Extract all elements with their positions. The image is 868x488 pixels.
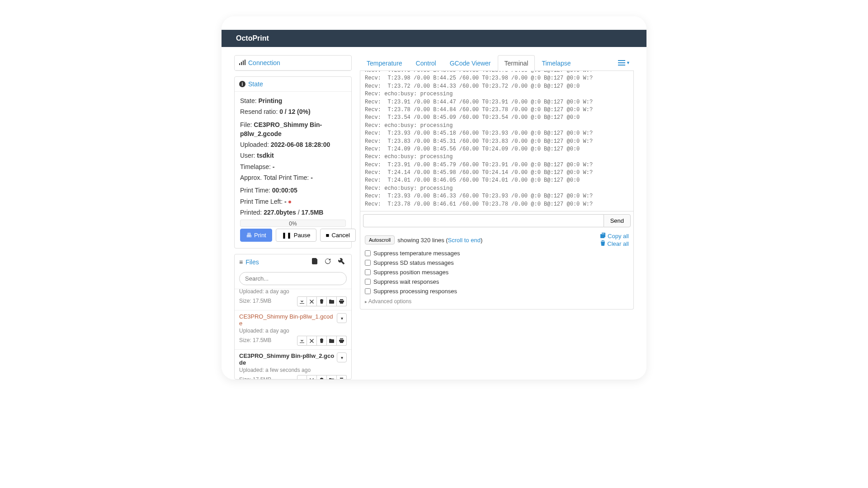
- navbar: OctoPrint: [222, 30, 646, 47]
- connection-label: Connection: [248, 59, 280, 66]
- state-printed-total: 17.5MB: [301, 209, 323, 216]
- advanced-options-toggle[interactable]: Advanced options: [365, 298, 629, 305]
- print-button-label: Print: [254, 232, 266, 239]
- file-delete-button[interactable]: [317, 296, 327, 306]
- files-header: Files: [235, 254, 351, 269]
- wrench-icon[interactable]: [336, 258, 347, 266]
- suppress-label: Suppress SD status messages: [373, 259, 454, 266]
- file-expand-button[interactable]: ▾: [337, 352, 347, 362]
- state-body: State: Printing Resend ratio: 0 / 12 (0%…: [235, 92, 351, 248]
- file-delete-button[interactable]: [317, 375, 327, 379]
- tab-control[interactable]: Control: [409, 55, 443, 71]
- suppress-option[interactable]: Suppress position messages: [365, 269, 629, 276]
- suppress-checkbox[interactable]: [365, 279, 371, 285]
- file-slice-button[interactable]: [307, 336, 317, 346]
- state-file-value: CE3PRO_Shimmy Bin-p8lw_2.gcode: [240, 121, 322, 137]
- sidebar: Connection i State State: Printing Resen…: [234, 55, 352, 380]
- file-slice-button[interactable]: [307, 296, 317, 306]
- terminal-send-button[interactable]: Send: [604, 214, 631, 227]
- state-resend-label: Resend ratio:: [240, 108, 278, 115]
- suppress-option[interactable]: Suppress wait responses: [365, 278, 629, 285]
- file-expand-button[interactable]: ▾: [337, 313, 347, 323]
- pause-button[interactable]: ❚❚ Pause: [276, 229, 316, 242]
- trash-icon: [600, 240, 605, 247]
- refresh-icon[interactable]: [322, 258, 333, 266]
- tab-gcode-viewer[interactable]: GCode Viewer: [443, 55, 498, 71]
- pause-icon: ❚❚: [282, 232, 292, 239]
- file-uploaded: Uploaded: a few seconds ago: [239, 367, 347, 373]
- showing-lines-text: showing 320 lines (Scroll to end): [397, 237, 482, 244]
- terminal-line: Recv: T:23.91 /0.00 B:44.47 /60.00 T0:23…: [365, 99, 629, 106]
- autoscroll-button[interactable]: Autoscroll: [365, 235, 395, 244]
- state-state-label: State:: [240, 97, 257, 104]
- suppress-option[interactable]: Suppress temperature messages: [365, 250, 629, 257]
- connection-panel: Connection: [234, 55, 352, 71]
- state-header[interactable]: i State: [235, 77, 351, 92]
- state-printtimeleft-value: -: [284, 198, 287, 205]
- file-delete-button[interactable]: [317, 336, 327, 346]
- print-button[interactable]: 🖶 Print: [240, 229, 272, 242]
- file-name[interactable]: CE3PRO_Shimmy Bin-p8lw_2.gcode: [239, 352, 335, 366]
- file-print-button[interactable]: [337, 336, 347, 346]
- state-approx-value: -: [311, 174, 313, 181]
- right-column: Temperature Control GCode Viewer Termina…: [360, 55, 634, 310]
- connection-header[interactable]: Connection: [235, 56, 351, 70]
- suppress-checkbox[interactable]: [365, 250, 371, 256]
- scroll-to-end-link[interactable]: Scroll to end: [448, 237, 481, 244]
- tabs: Temperature Control GCode Viewer Termina…: [360, 55, 634, 71]
- state-user-label: User:: [240, 152, 255, 159]
- file-load-button[interactable]: [327, 375, 337, 379]
- tab-timelapse[interactable]: Timelapse: [535, 55, 577, 71]
- terminal-command-input[interactable]: [363, 214, 604, 227]
- tab-temperature[interactable]: Temperature: [360, 55, 409, 71]
- files-search-input[interactable]: [239, 272, 347, 285]
- state-resend-value: 0 / 12 (0%): [279, 108, 310, 115]
- file-download-button[interactable]: [297, 296, 307, 306]
- copy-icon: [600, 233, 606, 239]
- terminal-line: Recv: T:23.70 /0.00 B:43.89 /60.00 T0:23…: [365, 71, 629, 75]
- copy-all-link[interactable]: Copy all: [600, 233, 629, 239]
- file-name[interactable]: CE3PRO_Shimmy Bin-p8lw_1.gcode: [239, 313, 335, 327]
- file-entry: CE3PRO_Shimmy Bin-p8lw_2.gcode▾Uploaded:…: [235, 350, 351, 379]
- tab-menu-button[interactable]: ▼: [614, 60, 634, 66]
- state-printtime-value: 00:00:05: [272, 187, 297, 194]
- file-entry: Uploaded: a day agoSize: 17.5MB: [235, 289, 351, 310]
- file-print-button[interactable]: [337, 296, 347, 306]
- files-label[interactable]: Files: [245, 258, 259, 266]
- file-size: Size: 17.5MB: [239, 298, 271, 304]
- state-printed-value: 227.0bytes: [264, 209, 296, 216]
- terminal-output[interactable]: Recv: T:23.70 /0.00 B:43.89 /60.00 T0:23…: [360, 71, 633, 211]
- state-user-value: tsdkit: [257, 152, 274, 159]
- terminal-line: Recv: T:23.98 /0.00 B:44.25 /60.00 T0:23…: [365, 75, 629, 82]
- suppress-checkbox[interactable]: [365, 288, 371, 294]
- file-slice-button[interactable]: [307, 375, 317, 379]
- file-size: Size: 17.5MB: [239, 376, 271, 379]
- sd-icon[interactable]: [310, 258, 320, 266]
- clear-all-link[interactable]: Clear all: [600, 240, 629, 247]
- terminal-line: Recv: T:23.93 /0.00 B:45.18 /60.00 T0:23…: [365, 130, 629, 137]
- caret-down-icon: ▼: [626, 61, 630, 65]
- suppress-option[interactable]: Suppress processing responses: [365, 288, 629, 295]
- file-print-button[interactable]: [337, 375, 347, 379]
- suppress-option[interactable]: Suppress SD status messages: [365, 259, 629, 266]
- state-uploaded-value: 2022-06-08 18:28:00: [271, 141, 330, 148]
- file-download-button[interactable]: [297, 375, 307, 379]
- file-download-button[interactable]: [297, 336, 307, 346]
- suppress-label: Suppress processing responses: [373, 288, 457, 295]
- file-entry: CE3PRO_Shimmy Bin-p8lw_1.gcode▾Uploaded:…: [235, 310, 351, 350]
- terminal-line: Recv: echo:busy: processing: [365, 90, 629, 98]
- terminal-line: Recv: echo:busy: processing: [365, 153, 629, 161]
- state-printed-sep: /: [296, 209, 302, 216]
- cancel-button[interactable]: ■ Cancel: [320, 229, 356, 242]
- file-load-button[interactable]: [327, 296, 337, 306]
- suppress-checkbox[interactable]: [365, 260, 371, 266]
- terminal-line: Recv: T:23.83 /0.00 B:45.31 /60.00 T0:23…: [365, 138, 629, 145]
- file-list[interactable]: Uploaded: a day agoSize: 17.5MBCE3PRO_Sh…: [235, 289, 351, 379]
- suppress-checkbox[interactable]: [365, 269, 371, 275]
- state-approx-label: Approx. Total Print Time:: [240, 174, 309, 181]
- terminal-line: Recv: T:24.01 /0.00 B:46.05 /60.00 T0:24…: [365, 177, 629, 184]
- tab-terminal[interactable]: Terminal: [498, 55, 535, 71]
- file-size: Size: 17.5MB: [239, 337, 271, 343]
- file-load-button[interactable]: [327, 336, 337, 346]
- list-icon: [239, 258, 243, 266]
